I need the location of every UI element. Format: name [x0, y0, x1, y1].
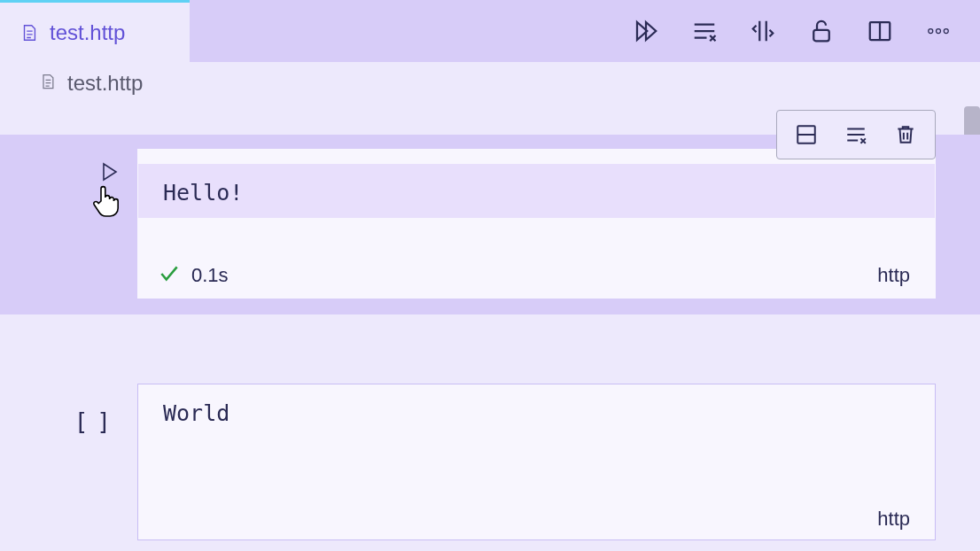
split-right-icon[interactable] — [865, 16, 895, 46]
breadcrumb-label[interactable]: test.http — [67, 71, 143, 96]
cell-gutter: [] — [0, 384, 137, 540]
tab-label: test.http — [50, 20, 125, 45]
file-tab[interactable]: test.http — [0, 0, 190, 62]
svg-point-2 — [929, 29, 933, 34]
cell-toolbar — [776, 110, 936, 159]
more-icon[interactable] — [923, 16, 953, 46]
execution-count-icon: [] — [74, 408, 120, 435]
file-text-icon — [19, 23, 39, 43]
cell-code[interactable]: World — [138, 384, 935, 438]
tab-bar: test.http — [0, 0, 980, 62]
compare-icon[interactable] — [748, 16, 778, 46]
status-time: 0.1s — [191, 264, 229, 287]
cell-body: World http — [137, 384, 936, 540]
breadcrumb: test.http — [0, 62, 980, 105]
clear-output-icon[interactable] — [843, 121, 869, 148]
svg-point-3 — [937, 29, 941, 34]
svg-point-4 — [944, 29, 948, 34]
cell-body: Hello! 0.1s http — [137, 149, 936, 299]
status-kernel[interactable]: http — [877, 264, 910, 287]
cell-status: 0.1s http — [138, 253, 935, 298]
file-text-icon — [39, 73, 57, 94]
lock-icon[interactable] — [806, 16, 836, 46]
cell-status: http — [138, 499, 935, 539]
trash-icon[interactable] — [892, 121, 919, 148]
tabbar-actions — [631, 0, 980, 62]
cell-gutter — [0, 135, 137, 314]
notebook-cell[interactable]: Hello! 0.1s http — [0, 135, 980, 314]
split-cell-icon[interactable] — [793, 121, 820, 148]
status-kernel[interactable]: http — [877, 508, 910, 531]
check-icon — [158, 262, 181, 289]
notebook-cell[interactable]: [] World http — [0, 384, 980, 540]
cell-code[interactable]: Hello! — [138, 164, 935, 218]
svg-rect-0 — [813, 30, 829, 42]
clear-all-outputs-icon[interactable] — [689, 16, 719, 46]
run-all-icon[interactable] — [631, 16, 661, 46]
run-icon[interactable] — [98, 159, 120, 188]
